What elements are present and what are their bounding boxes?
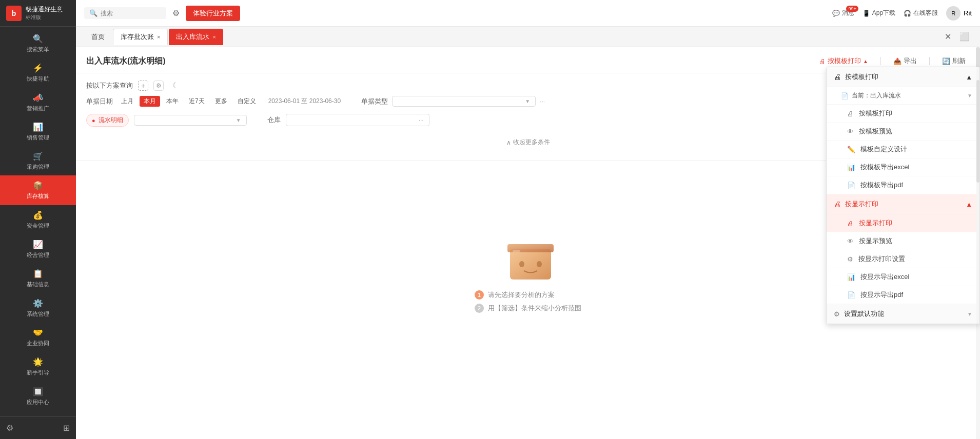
dropdown-section-template-print[interactable]: 🖨 按模板打印 ▲ (827, 67, 979, 87)
filter-chip-flow-detail[interactable]: ● 流水明细 (86, 114, 129, 127)
empty-illustration (502, 231, 554, 282)
online-service-label: 在线客服 (913, 9, 938, 17)
export-button[interactable]: 📤 导出 (889, 54, 921, 68)
sidebar-logo: b 畅捷通好生意 标准版 (0, 0, 76, 27)
avatar-initial: R (951, 10, 955, 16)
tab-close-batch-account[interactable]: × (157, 34, 160, 40)
app-name: 畅捷通好生意 (26, 5, 63, 14)
dropdown-section2-label: 按显示打印 (845, 199, 878, 209)
display-preview-icon: 👁 (847, 237, 854, 245)
sidebar-item-wechat[interactable]: 💬 企业微信 (0, 411, 76, 416)
dropdown-item-display-print[interactable]: 🖨 按显示打印 (827, 214, 979, 232)
tab-home[interactable]: 首页 (84, 29, 112, 45)
tab-close-inventory-flow[interactable]: × (212, 34, 215, 40)
dropdown-item-display-export-pdf[interactable]: 📄 按显示导出pdf (827, 286, 979, 304)
filter-chip-label: 流水明细 (99, 116, 123, 125)
sidebar-item-label: 系统管理 (27, 310, 49, 317)
tab-batch-account[interactable]: 库存批次账 × (113, 29, 168, 45)
pdf-icon: 📄 (847, 182, 855, 189)
print-icon: 🖨 (847, 110, 854, 117)
sidebar-item-corp[interactable]: 🤝 企业协同 (0, 323, 76, 352)
preview-icon: 👁 (847, 128, 854, 135)
export-label: 导出 (904, 56, 917, 66)
sidebar-item-purchase[interactable]: 🛒 采购管理 (0, 146, 76, 175)
dropdown-item-display-export-excel[interactable]: 📊 按显示导出excel (827, 268, 979, 286)
svg-rect-4 (513, 250, 520, 252)
sidebar-item-system[interactable]: ⚙️ 系统管理 (0, 293, 76, 323)
sidebar-item-basic[interactable]: 📋 基础信息 (0, 264, 76, 293)
basic-icon: 📋 (33, 269, 43, 278)
filter-settings-button[interactable]: ⚙ (153, 81, 164, 91)
chevron-up-icon: ▲ (966, 73, 972, 81)
print-template-button[interactable]: 🖨 按模板打印 ▲ (815, 54, 872, 68)
biz-type-select[interactable]: ▼ (134, 115, 247, 126)
chevron-up-icon: ▲ (863, 58, 868, 64)
dropdown-item-template-print[interactable]: 🖨 按模板打印 (827, 105, 979, 123)
tabbar-controls: ✕ ⬜ (943, 30, 972, 44)
tab-inventory-flow[interactable]: 出入库流水 × (169, 29, 223, 45)
dropdown-current-template[interactable]: 📄 当前：出入库流水 ▼ (827, 87, 979, 105)
chevron-down-icon: ▼ (525, 98, 530, 104)
display-print-settings-label: 按显示打印设置 (858, 254, 905, 264)
topbar-search-box[interactable]: 🔍 (84, 7, 166, 19)
search-input[interactable] (101, 10, 161, 17)
dropdown-item-template-export-excel[interactable]: 📊 按模板导出excel (827, 158, 979, 176)
dropdown-scrollbar-thumb[interactable] (976, 80, 979, 183)
dropdown-footer-default-function[interactable]: ⚙ 设置默认功能 ▼ (827, 304, 979, 324)
sidebar-item-label: 搜索菜单 (27, 46, 49, 53)
sidebar-item-sales[interactable]: 📊 销售管理 (0, 117, 76, 146)
dropdown-item-template-design[interactable]: ✏️ 模板自定义设计 (827, 141, 979, 158)
avatar: R (946, 6, 961, 21)
settings-icon[interactable]: ⚙ (6, 423, 13, 433)
message-button[interactable]: 💬 消息 99+ (832, 9, 854, 17)
home-tab-label: 首页 (91, 32, 105, 42)
sidebar-item-label: 营销推广 (27, 105, 49, 112)
system-icon: ⚙️ (33, 298, 43, 308)
sidebar-item-guide[interactable]: 🌟 新手引导 (0, 352, 76, 381)
online-service-button[interactable]: 🎧 在线客服 (904, 9, 938, 17)
collapse-button[interactable]: ∧ 收起更多条件 (506, 135, 550, 150)
sidebar-item-quick-nav[interactable]: ⚡ 快捷导航 (0, 58, 76, 87)
sidebar-item-apps[interactable]: 🔲 应用中心 (0, 382, 76, 411)
dropdown-item-display-print-settings[interactable]: ⚙ 按显示打印设置 (827, 250, 979, 268)
date-tab-this-month[interactable]: 本月 (140, 96, 160, 107)
sidebar-item-label: 应用中心 (27, 398, 49, 406)
dropdown-item-template-preview[interactable]: 👁 按模板预览 (827, 123, 979, 141)
app-download-button[interactable]: 📱 App下载 (863, 9, 895, 17)
mobile-icon: 📱 (863, 10, 870, 17)
date-tab-this-year[interactable]: 本年 (162, 96, 183, 107)
sidebar-item-operation[interactable]: 📈 经营管理 (0, 234, 76, 264)
industry-solution-button[interactable]: 体验行业方案 (186, 6, 240, 21)
doc-type-select[interactable]: ▼ (392, 96, 536, 107)
doc-type-more-button[interactable]: ··· (540, 98, 545, 105)
dropdown-item-template-export-pdf[interactable]: 📄 按模板导出pdf (827, 176, 979, 194)
maximize-icon[interactable]: ⬜ (957, 30, 972, 44)
filter-add-button[interactable]: + (138, 81, 148, 91)
filter-collapse-icon[interactable]: 《 (169, 81, 176, 90)
user-menu[interactable]: R Rit (946, 6, 972, 21)
step-1-text: 请先选择要分析的方案 (488, 290, 555, 300)
dropdown-item-display-preview[interactable]: 👁 按显示预览 (827, 232, 979, 250)
page-actions: 🖨 按模板打印 ▲ 📤 导出 🔄 刷新 (815, 54, 970, 68)
sidebar-item-search[interactable]: 🔍 搜索菜单 (0, 29, 76, 58)
sidebar-item-label: 采购管理 (27, 163, 49, 170)
svg-point-2 (519, 261, 524, 267)
refresh-button[interactable]: 🔄 刷新 (938, 54, 970, 68)
dropdown-section-display-print[interactable]: 🖨 按显示打印 ▲ (827, 194, 979, 214)
sidebar-item-marketing[interactable]: 📣 营销推广 (0, 88, 76, 117)
sidebar-item-inventory[interactable]: 📦 库存核算 (0, 175, 76, 205)
operation-icon: 📈 (33, 240, 43, 249)
close-all-tabs-icon[interactable]: ✕ (943, 30, 953, 44)
date-tab-custom[interactable]: 自定义 (233, 96, 260, 107)
sidebar-item-label: 快捷导航 (27, 75, 49, 82)
print-template-label: 按模板打印 (828, 56, 861, 66)
date-tab-7days[interactable]: 近7天 (185, 96, 209, 107)
chevron-up-icon: ∧ (506, 139, 511, 146)
date-tab-last-month[interactable]: 上月 (117, 96, 138, 107)
sidebar-item-finance[interactable]: 💰 资金管理 (0, 205, 76, 234)
warehouse-select[interactable]: ··· (286, 114, 429, 126)
date-tab-more[interactable]: 更多 (211, 96, 231, 107)
export-icon: 📤 (893, 57, 901, 65)
collapse-sidebar-icon[interactable]: ⊞ (63, 423, 70, 433)
topbar-settings-icon[interactable]: ⚙ (172, 8, 180, 18)
